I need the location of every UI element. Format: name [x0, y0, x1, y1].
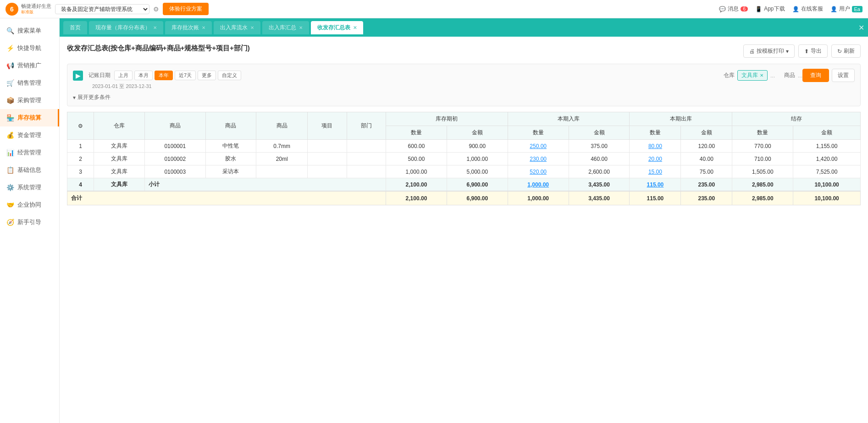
query-button[interactable]: 查询: [802, 69, 829, 82]
refresh-icon: ↻: [837, 48, 842, 55]
tab-close-flow[interactable]: ✕: [250, 25, 254, 30]
settings-icon[interactable]: ⚙: [78, 123, 83, 129]
th-product-name: 商品: [205, 112, 256, 140]
sidebar-item-guide[interactable]: 🧭 新手引导: [0, 214, 59, 231]
warehouse-tag-close[interactable]: ✕: [760, 73, 763, 78]
logo-subtitle: 畅捷通好生意: [21, 3, 51, 9]
sidebar-item-finance[interactable]: 💰 资金管理: [0, 126, 59, 144]
th-opening-group: 库存期初: [386, 112, 508, 126]
total-opening-qty: 2,100.00: [386, 191, 447, 205]
user-item[interactable]: 👤 用户 Ea: [830, 5, 862, 13]
sidebar-item-marketing[interactable]: 📢 营销推广: [0, 57, 59, 74]
date-btn-7days[interactable]: 近7天: [175, 71, 196, 80]
handshake-icon: 🤝: [6, 201, 14, 209]
th-settings[interactable]: ⚙: [67, 112, 94, 140]
top-bar-right: 💬 消息 6 📱 App下载 👤 在线客服 👤 用户 Ea: [719, 5, 862, 13]
export-button[interactable]: ⬆ 导出: [798, 44, 828, 58]
sidebar-item-operation[interactable]: 📊 经营管理: [0, 144, 59, 161]
date-btn-this-year[interactable]: 本年: [155, 71, 173, 80]
message-item[interactable]: 💬 消息 6: [719, 5, 748, 13]
tab-flow[interactable]: 出入库流水 ✕: [214, 21, 260, 34]
tab-bar: 首页 现存量（库存分布表） ✕ 库存批次账 ✕ 出入库流水 ✕ 出入库汇总 ✕: [60, 18, 868, 37]
print-icon: 🖨: [749, 48, 755, 55]
tab-close-recv-send[interactable]: ✕: [353, 25, 357, 30]
page-title: 收发存汇总表(按仓库+商品编码+商品+规格型号+项目+部门): [67, 44, 250, 53]
message-icon: 💬: [719, 6, 726, 12]
filter-expand-arrow[interactable]: ▶: [73, 71, 83, 81]
tab-close-batch[interactable]: ✕: [202, 25, 205, 30]
megaphone-icon: 📢: [6, 62, 14, 69]
subtotal-row: 4 文具库 小计 2,100.00 6,900.00 1,000.00 3,43…: [67, 178, 861, 192]
top-bar-left: 6 畅捷通好生意 标准版 装备及固定资产辅助管理系统 ⚙ 体验行业方案: [6, 3, 209, 16]
settings-gear-icon[interactable]: ⚙: [153, 5, 159, 13]
clipboard-icon: 📋: [6, 166, 14, 174]
page-content: 收发存汇总表(按仓库+商品编码+商品+规格型号+项目+部门) 🖨 按模板打印 ▾…: [60, 37, 868, 423]
store-icon: 🏪: [6, 114, 14, 121]
date-buttons: 上月 本月 本年 近7天 更多 自定义: [114, 71, 241, 80]
message-badge: 6: [741, 6, 748, 11]
date-btn-more[interactable]: 更多: [198, 71, 216, 80]
tab-batch[interactable]: 库存批次账 ✕: [165, 21, 212, 34]
chart-icon: 📊: [6, 149, 14, 156]
product-more-btn[interactable]: ...: [798, 72, 802, 79]
online-service-item[interactable]: 👤 在线客服: [792, 5, 823, 13]
date-btn-custom[interactable]: 自定义: [218, 71, 241, 80]
sidebar-item-system[interactable]: ⚙️ 系统管理: [0, 179, 59, 196]
th-closing-amount: 金额: [793, 126, 861, 140]
sidebar: 🔍 搜索菜单 ⚡ 快捷导航 📢 营销推广 🛒 销售管理 📦 采购管理 🏪: [0, 18, 60, 423]
compass-icon: 🧭: [6, 219, 14, 226]
sidebar-item-quick-nav[interactable]: ⚡ 快捷导航: [0, 39, 59, 57]
warehouse-filter-label: 仓库: [724, 71, 735, 79]
date-filter-section: 记账日期 上月 本月 本年 近7天 更多 自定义: [88, 71, 714, 80]
table-container: ⚙ 仓库 商品 商品 商品 项目 部门 库存期初 本期入库: [67, 112, 861, 205]
print-button[interactable]: 🖨 按模板打印 ▾: [743, 44, 795, 58]
sidebar-item-enterprise[interactable]: 🤝 企业协同: [0, 196, 59, 214]
th-warehouse: 仓库: [94, 112, 144, 140]
chevron-down-icon: ▾: [73, 94, 76, 101]
tab-close-summary[interactable]: ✕: [299, 25, 303, 30]
app-container: 6 畅捷通好生意 标准版 装备及固定资产辅助管理系统 ⚙ 体验行业方案 💬 消息…: [0, 0, 868, 423]
export-icon: ⬆: [804, 48, 809, 55]
table-settings-button[interactable]: 设置: [832, 69, 855, 82]
sidebar-item-inventory[interactable]: 🏪 库存核算: [0, 109, 59, 126]
search-icon: 🔍: [6, 27, 14, 34]
expand-more-btn[interactable]: ▾ 展开更多条件: [73, 93, 111, 101]
close-tab-icon[interactable]: ✕: [858, 23, 864, 32]
sidebar-item-purchase[interactable]: 📦 采购管理: [0, 92, 59, 109]
tab-close-inventory-dist[interactable]: ✕: [153, 25, 157, 30]
date-btn-this-month[interactable]: 本月: [134, 71, 153, 80]
product-filter-label: 商品: [784, 71, 795, 79]
box-icon: 📦: [6, 97, 14, 104]
tab-recv-send[interactable]: 收发存汇总表 ✕: [311, 21, 363, 34]
total-in-qty: 1,000.00: [508, 191, 569, 205]
tab-summary[interactable]: 出入库汇总 ✕: [262, 21, 309, 34]
sidebar-item-basic[interactable]: 📋 基础信息: [0, 161, 59, 179]
th-opening-qty: 数量: [386, 126, 447, 140]
system-select[interactable]: 装备及固定资产辅助管理系统: [55, 4, 149, 14]
tab-inventory-dist[interactable]: 现存量（库存分布表） ✕: [89, 21, 163, 34]
data-table: ⚙ 仓库 商品 商品 商品 项目 部门 库存期初 本期入库: [67, 112, 861, 205]
table-row: 1 文具库 0100001 中性笔 0.7mm 600.00 900.00 25…: [67, 140, 861, 153]
sidebar-item-sales[interactable]: 🛒 销售管理: [0, 74, 59, 92]
logo-area: 6 畅捷通好生意 标准版: [6, 3, 51, 16]
trial-button[interactable]: 体验行业方案: [163, 3, 209, 15]
date-range-text: 2023-01-01 至 2023-12-31: [92, 83, 152, 89]
user-icon: 👤: [830, 6, 837, 12]
total-closing-amount: 10,100.00: [793, 191, 861, 205]
phone-icon: 📱: [755, 6, 762, 12]
th-out-qty: 数量: [630, 126, 681, 140]
logo-icon: 6: [6, 3, 18, 16]
app-download-item[interactable]: 📱 App下载: [755, 5, 785, 13]
th-in-qty: 数量: [508, 126, 569, 140]
logo-badge: 标准版: [21, 9, 51, 15]
main-layout: 🔍 搜索菜单 ⚡ 快捷导航 📢 营销推广 🛒 销售管理 📦 采购管理 🏪: [0, 18, 868, 423]
tab-home[interactable]: 首页: [63, 21, 87, 34]
date-filter-label: 记账日期: [88, 71, 111, 79]
th-product-spec: 商品: [256, 112, 308, 140]
sidebar-item-search[interactable]: 🔍 搜索菜单: [0, 22, 59, 39]
filter-bar: ▶ 记账日期 上月 本月 本年 近7天 更多 自定义: [67, 64, 861, 106]
date-btn-last-month[interactable]: 上月: [114, 71, 133, 80]
warehouse-more-btn[interactable]: ...: [770, 72, 775, 79]
th-closing-qty: 数量: [732, 126, 793, 140]
refresh-button[interactable]: ↻ 刷新: [831, 44, 861, 58]
